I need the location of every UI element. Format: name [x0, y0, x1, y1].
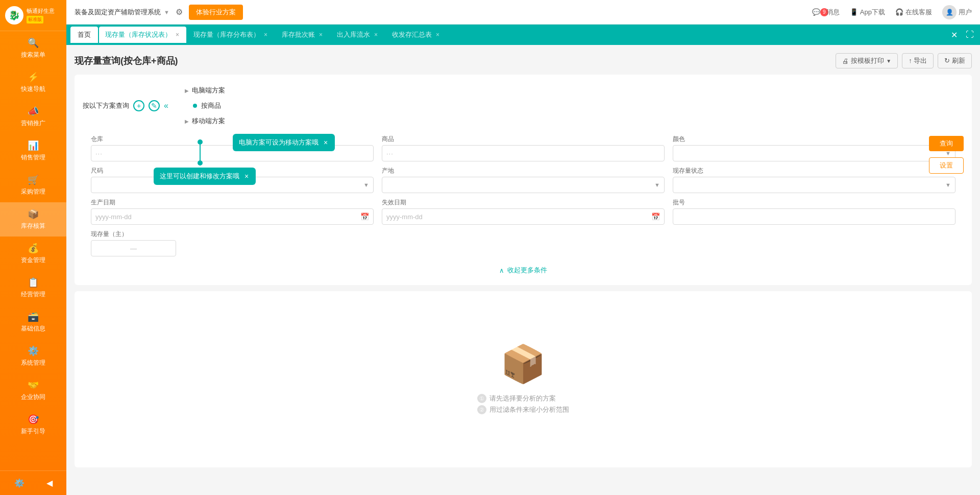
popover1-close-btn[interactable]: × [323, 138, 329, 147]
filter-back-btn[interactable]: « [164, 101, 168, 110]
stock-main-range[interactable]: — [91, 240, 176, 256]
refresh-btn[interactable]: ↻ 刷新 [938, 53, 972, 68]
produce-date-calendar-icon: 📅 [360, 213, 369, 221]
sidebar-item-search-menu[interactable]: 🔍 搜索菜单 [0, 31, 66, 65]
main: 装备及固定资产辅助管理系统 ▼ ⚙ 体验行业方案 💬 9 消息 📱 App下载 … [66, 0, 980, 495]
inventory-icon: 📦 [28, 208, 39, 220]
tabbar: 首页 现存量（库存状况表） × 现存量（库存分布表） × 库存批次账 × 出入库… [66, 25, 980, 45]
sidebar-item-sales[interactable]: 📊 销售管理 [0, 134, 66, 168]
popover-desktop-scheme: 电脑方案可设为移动方案哦 × [233, 134, 335, 151]
system-icon: ⚙️ [28, 345, 39, 357]
filter-row-1: ··· ··· ▼ [83, 145, 964, 161]
system-name-dropdown-icon: ▼ [164, 9, 169, 15]
product-select[interactable]: ··· [382, 145, 665, 161]
field-produce-date: yyyy-mm-dd 📅 [91, 208, 374, 225]
sidebar-bottom: ⚙️ ◀ [0, 470, 66, 495]
topbar-settings-btn[interactable]: ⚙ [176, 7, 183, 17]
quick-nav-icon: ⚡ [28, 72, 39, 83]
produce-date-input[interactable]: yyyy-mm-dd 📅 [91, 208, 374, 225]
filter-header: 按以下方案查询 + ✎ « ▶ 电脑端方案 按商品 ▶ 移 [83, 83, 964, 129]
tab-inventory-dist[interactable]: 现存量（库存分布表） × [187, 27, 275, 43]
sidebar-collapse-btn[interactable]: ◀ [44, 476, 55, 490]
guide-icon: 🎯 [28, 414, 39, 425]
search-set-column: 查询 设置 [929, 136, 964, 174]
sidebar-item-basic-info[interactable]: 🗃️ 基础信息 [0, 305, 66, 339]
sidebar-item-operations[interactable]: 📋 经营管理 [0, 271, 66, 305]
tab-close-collect-summary[interactable]: × [435, 31, 440, 38]
expire-date-input[interactable]: yyyy-mm-dd 📅 [382, 208, 665, 225]
popover2-close-btn[interactable]: × [243, 172, 250, 180]
marketing-icon: 📣 [28, 106, 39, 117]
stock-status-caret-icon: ▼ [945, 182, 951, 188]
origin-caret-icon: ▼ [654, 182, 660, 188]
field-batch-no [673, 208, 955, 225]
purchase-icon: 🛒 [28, 174, 39, 185]
tab-home[interactable]: 首页 [70, 27, 98, 43]
collapse-filter-btn[interactable]: ∧ 收起更多条件 [83, 262, 964, 277]
tab-close-batch-account[interactable]: × [318, 31, 324, 38]
message-icon: 💬 [812, 8, 820, 16]
scheme-desktop[interactable]: ▶ 电脑端方案 [177, 83, 225, 98]
user-menu[interactable]: 👤 用户 [942, 5, 972, 19]
scheme-desktop-item-0[interactable]: 按商品 [177, 98, 225, 113]
sidebar-item-guide[interactable]: 🎯 新手引导 [0, 408, 66, 442]
topbar: 装备及固定资产辅助管理系统 ▼ ⚙ 体验行业方案 💬 9 消息 📱 App下载 … [66, 0, 980, 25]
tab-inventory-status[interactable]: 现存量（库存状况表） × [99, 27, 186, 43]
message-btn[interactable]: 💬 9 消息 [812, 8, 840, 17]
filter-rows: 仓库商品颜色 ··· ··· ▼ [83, 135, 964, 277]
tab-in-out-flow[interactable]: 出入库流水 × [331, 27, 385, 43]
sidebar-item-purchase[interactable]: 🛒 采购管理 [0, 168, 66, 202]
scheme-mobile-arrow: ▶ [185, 119, 189, 124]
search-menu-icon: 🔍 [28, 37, 39, 49]
tab-close-inventory-dist[interactable]: × [263, 31, 268, 38]
tab-fullscreen-btn[interactable]: ⛶ [964, 28, 976, 41]
sales-icon: 📊 [28, 140, 39, 151]
page-actions: 🖨 按模板打印 ▼ ↑ 导出 ↻ 刷新 [836, 53, 972, 68]
user-avatar: 👤 [942, 5, 957, 19]
filter-edit-btn[interactable]: ✎ [149, 100, 160, 111]
tab-close-in-out-flow[interactable]: × [373, 31, 379, 38]
empty-illustration: 📦 [500, 342, 546, 386]
system-name: 装备及固定资产辅助管理系统 ▼ [75, 8, 169, 17]
scheme-mobile[interactable]: ▶ 移动端方案 [177, 113, 225, 129]
tab-batch-account[interactable]: 库存批次账 × [276, 27, 330, 43]
field-color: ▼ [673, 145, 955, 161]
sidebar-logo[interactable]: 🐉 畅通好生意 标准版 [0, 0, 66, 31]
connector-dot-bottom [198, 160, 203, 166]
sidebar-item-quick-nav[interactable]: ⚡ 快速导航 [0, 65, 66, 100]
sidebar-item-system[interactable]: ⚙️ 系统管理 [0, 339, 66, 373]
app-download-btn[interactable]: 📱 App下载 [850, 8, 885, 17]
tab-close-inventory-status[interactable]: × [175, 31, 180, 38]
tab-collect-summary[interactable]: 收发存汇总表 × [386, 27, 447, 43]
range-separator: — [130, 245, 137, 252]
empty-state: 📦 ① 请先选择要分析的方案 ② 用过滤条件来缩小分析范围 [75, 291, 972, 467]
sidebar-item-inventory[interactable]: 📦 库存核算 [0, 202, 66, 237]
tab-close-all-btn[interactable]: ✕ [949, 28, 960, 42]
finance-icon: 💰 [28, 243, 39, 254]
online-support-btn[interactable]: 🎧 在线客服 [895, 8, 932, 17]
template-print-icon: 🖨 [842, 57, 849, 65]
sidebar-item-finance[interactable]: 💰 资金管理 [0, 237, 66, 271]
color-select[interactable]: ▼ [673, 145, 955, 161]
template-print-arrow: ▼ [886, 58, 891, 64]
stock-status-select[interactable]: ▼ [673, 177, 955, 193]
stock-main-max-input[interactable] [141, 245, 172, 252]
empty-step-1: ① 请先选择要分析的方案 [477, 394, 569, 403]
empty-content: 📦 ① 请先选择要分析的方案 ② 用过滤条件来缩小分析范围 [477, 342, 569, 416]
stock-main-min-input[interactable] [95, 245, 126, 252]
origin-select[interactable]: ▼ [382, 177, 665, 193]
filter-add-btn[interactable]: + [133, 100, 144, 111]
expire-date-calendar-icon: 📅 [651, 213, 660, 221]
batch-no-input[interactable] [673, 208, 955, 225]
template-print-btn[interactable]: 🖨 按模板打印 ▼ [836, 53, 898, 68]
solution-btn[interactable]: 体验行业方案 [189, 5, 243, 20]
logo-text: 畅通好生意 标准版 [27, 7, 55, 23]
search-btn[interactable]: 查询 [929, 136, 964, 151]
filter-row-4: — [83, 240, 287, 256]
set-btn[interactable]: 设置 [929, 157, 964, 174]
sidebar-item-enterprise[interactable]: 🤝 企业协同 [0, 373, 66, 408]
sidebar-settings-btn[interactable]: ⚙️ [12, 476, 27, 490]
export-btn[interactable]: ↑ 导出 [902, 53, 934, 68]
sidebar-item-marketing[interactable]: 📣 营销推广 [0, 100, 66, 134]
field-stock-status: ▼ [673, 177, 955, 193]
